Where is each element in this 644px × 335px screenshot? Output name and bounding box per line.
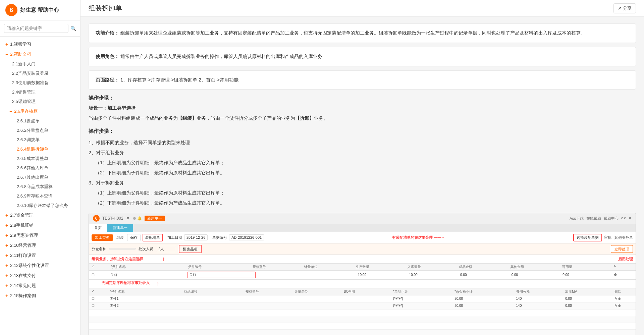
mock-confirm-btn[interactable]: 立即处理 xyxy=(611,245,633,253)
mock-qty-label: 批次人员 xyxy=(139,246,153,252)
mock-lower-r2-del[interactable]: 🗑 xyxy=(618,304,621,308)
intro-label: 功能介绍： xyxy=(96,30,119,36)
nav-item-2-3[interactable]: 2.3使用前数据准备 xyxy=(0,78,80,88)
nav-section-2-8-label: 2.8手机旺铺 xyxy=(10,222,34,228)
nav-section-video-label: 1.视频学习 xyxy=(10,41,31,47)
nav-section-2-13[interactable]: + 2.13在线支付 xyxy=(0,271,80,281)
mock-btn-process[interactable]: 加工类型 xyxy=(92,234,113,241)
mock-lower-row-2: ☐ 零件2 (*+*+*) 20.00 140 0.00 ✎ 🗑 xyxy=(89,302,636,310)
plus-icon-2-14: + xyxy=(5,283,8,288)
mock-col-other-amt: 其他金额 xyxy=(511,265,562,269)
mock-row1-avail: 0.00 xyxy=(562,273,614,277)
mock-qty-value[interactable]: 2人 xyxy=(156,246,176,252)
nav-item-2-6-5[interactable]: 2.6.5成本调整单 xyxy=(0,154,80,163)
plus-icon-2-15: + xyxy=(5,293,8,298)
nav-item-2-6-1[interactable]: 2.6.1盘点单 xyxy=(0,116,80,126)
mock-col-unit: 计量单位 xyxy=(304,265,356,269)
mock-company-value[interactable] xyxy=(109,248,136,249)
mock-process-label: 预先品项 xyxy=(183,247,198,251)
minus-icon-2-6: − xyxy=(9,109,12,114)
nav-section-2-6[interactable]: − 2.6库存核算 xyxy=(0,106,80,116)
nav-section-2-12[interactable]: + 2.12系统个性化设置 xyxy=(0,261,80,271)
mock-annotation-3: 启用处理 xyxy=(618,257,633,262)
nav-item-2-6-2[interactable]: 2.6.2分量盘点单 xyxy=(0,126,80,135)
mock-app-store: App下载 xyxy=(570,216,584,221)
mock-lower-r1-del[interactable]: 🗑 xyxy=(618,297,621,300)
step-3-1: （1）上部明细为父件明细，最终作为原材料生成其它出库单； xyxy=(89,188,636,198)
nav-item-2-6-4[interactable]: 2.6.4组装拆卸单 xyxy=(0,145,80,154)
mock-close-icon[interactable]: ✕ xyxy=(629,216,632,221)
mock-col-spec: 规格型号 xyxy=(253,265,304,269)
mock-upper-row-1: ☐ 关灯 关灯 10.00 10.00 0.00 0.00 0.00 🗑 xyxy=(89,271,636,280)
mock-lower-col-single: *单品小计 xyxy=(393,289,454,294)
mock-lower-row-5 xyxy=(89,323,636,330)
intro-section: 功能介绍： 组装拆卸单用来处理企业组装或拆卸等加工业务，支持有固定装配清单的产品… xyxy=(89,23,636,43)
mock-assembly-highlight: 装配清单 xyxy=(143,234,163,241)
plus-icon-2-13: + xyxy=(5,273,8,278)
intro-text: 组装拆卸单用来处理企业组装或拆卸等加工业务，支持有固定装配清单的产品加工业务，也… xyxy=(120,30,585,36)
nav-section-2-8[interactable]: + 2.8手机旺铺 xyxy=(0,220,80,230)
mock-new-btn[interactable]: 新建单一 xyxy=(145,216,165,221)
nav-section-video[interactable]: + 1.视频学习 xyxy=(0,39,80,49)
nav-section-2-11[interactable]: + 2.11打印设置 xyxy=(0,250,80,261)
nav-item-2-6-9[interactable]: 2.6.9库存账本查询 xyxy=(0,191,80,201)
nav-section-2-10[interactable]: + 2.10经营管理 xyxy=(0,240,80,250)
mock-arrow-4: ↑ xyxy=(156,280,159,287)
mock-assembly-select[interactable]: 装配清单 xyxy=(143,234,163,241)
mock-col-check: ✓ xyxy=(92,265,111,269)
nav-item-2-6-10[interactable]: 2.6.10库存账本错了怎么办 xyxy=(0,201,80,210)
mock-btn-save[interactable]: 保存 xyxy=(127,234,141,241)
mock-nav-tabs: 首页 新建单一 xyxy=(89,224,636,232)
mock-select-assembly-btn[interactable]: 选择装配单据 xyxy=(573,234,602,241)
mock-logo: 6 xyxy=(93,215,100,222)
mock-lower-r1-single: (*+*+*) xyxy=(393,297,454,300)
mock-lower-r2-edit[interactable]: ✎ xyxy=(614,304,617,308)
mock-lower-r1-cost: 140 xyxy=(516,297,566,300)
mock-lower-r1-actions: ✎ 🗑 xyxy=(614,297,633,300)
mock-confirm-label: 立即处理 xyxy=(614,247,629,251)
mock-order-value[interactable]: AD-20191226-001 xyxy=(229,234,264,240)
mock-col-prod-qty: 生产数量 xyxy=(356,265,408,269)
nav-section-2-15[interactable]: + 2.15操作案例 xyxy=(0,291,80,301)
plus-icon-2-7: + xyxy=(5,213,8,218)
step-2-2: （2）下部明细为子件明细，最终作为原材料生成其它出库单。 xyxy=(89,168,636,177)
mock-select-assembly-label: 选择装配单据 xyxy=(577,235,599,240)
mock-lower-r1-check[interactable]: ☐ xyxy=(92,297,110,300)
nav-item-2-6-8[interactable]: 2.6.8商品成本重算 xyxy=(0,182,80,191)
mock-annotation-4-row: 无固定活序匹配可在该处录入 ↑ xyxy=(89,280,636,288)
nav-tree: + 1.视频学习 − 2.帮助文档 2.1新手入门 2.2产品安装及登录 2.3… xyxy=(0,37,80,335)
nav-section-2-10-label: 2.10经营管理 xyxy=(10,242,36,248)
share-button[interactable]: ↗ 分享 xyxy=(613,3,636,13)
mock-row1-check[interactable]: ☐ xyxy=(92,273,111,277)
nav-item-2-6-6[interactable]: 2.6.6其他入库单 xyxy=(0,163,80,173)
nav-section-2-9[interactable]: + 2.9优惠券管理 xyxy=(0,230,80,240)
step-2-1: （1）上部明细为父件明细，最终作为产成品生成其它入库单； xyxy=(89,158,636,167)
logo-icon: 6 xyxy=(5,4,17,16)
mock-tab-home[interactable]: 首页 xyxy=(89,224,107,232)
mock-lower-r2-check[interactable]: ☐ xyxy=(92,304,110,308)
search-input[interactable] xyxy=(4,24,68,33)
mock-lower-row-6 xyxy=(89,330,636,335)
nav-section-docs[interactable]: − 2.帮助文档 xyxy=(0,49,80,59)
path-text: 1、库存核算->库存管理->组装拆卸单 2、首页->常用功能 xyxy=(120,77,238,82)
nav-item-2-6-7[interactable]: 2.6.7其他出库单 xyxy=(0,173,80,182)
mock-user: 帮助中心 xyxy=(604,216,619,221)
nav-item-2-2[interactable]: 2.2产品安装及登录 xyxy=(0,69,80,78)
mock-date-value[interactable]: 2019-12-26 xyxy=(184,234,208,240)
nav-item-2-6-3[interactable]: 2.6.3调拨单 xyxy=(0,135,80,145)
nav-section-2-7[interactable]: + 2.7资金管理 xyxy=(0,210,80,220)
mock-lower-r1-edit[interactable]: ✎ xyxy=(614,297,617,300)
mock-row1-del[interactable]: 🗑 xyxy=(614,273,633,277)
nav-item-2-4[interactable]: 2.4销售管理 xyxy=(0,88,80,97)
nav-item-2-1[interactable]: 2.1新手入门 xyxy=(0,59,80,69)
mock-tab-new[interactable]: 新建单一 xyxy=(107,224,133,232)
search-button[interactable]: 🔍 xyxy=(70,26,76,31)
mock-lower-col-cost: 费用分摊 xyxy=(516,289,566,294)
nav-section-docs-label: 2.帮助文档 xyxy=(10,51,31,57)
nav-item-2-5[interactable]: 2.5采购管理 xyxy=(0,97,80,106)
sidebar: 6 好生意 帮助中心 🔍 + 1.视频学习 − 2.帮助文档 2.1新手入门 2… xyxy=(0,0,80,335)
mock-header-right: App下载 在线帮助 帮助中心 c.c ✕ xyxy=(570,216,632,221)
nav-section-2-14[interactable]: + 2.14常见问题 xyxy=(0,281,80,291)
mock-ui: 6 TEST-H002 ▼ ⚙ 🔔 新建单一 App下载 在线帮助 帮助中心 c… xyxy=(89,213,636,335)
mock-row1-code-highlight[interactable]: 关灯 xyxy=(187,272,256,278)
